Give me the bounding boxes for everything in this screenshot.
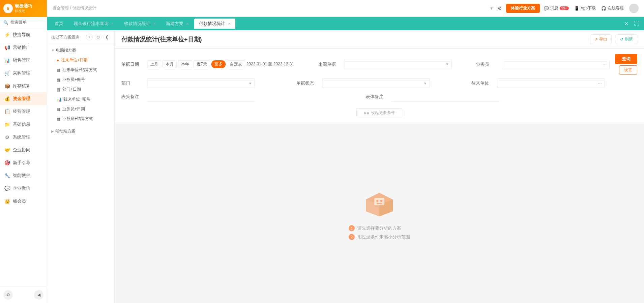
- online-service-item[interactable]: 🎧 在线客服: [601, 5, 624, 11]
- sidebar-search[interactable]: 🔍 搜索菜单: [0, 17, 47, 28]
- header-settings-icon[interactable]: ⚙: [498, 6, 502, 11]
- expand-btn[interactable]: ⛶: [632, 20, 641, 28]
- sidebar-icon-enterprise: 🤝: [4, 147, 10, 153]
- search-label: 搜索菜单: [10, 20, 27, 25]
- source-label: 来源单据: [318, 61, 339, 67]
- headset-icon: 🎧: [601, 6, 606, 11]
- hint-text-2: 用过滤条件来缩小分析范围: [357, 234, 410, 240]
- collapse-btn[interactable]: ∧∧ 收起更多条件: [356, 108, 402, 117]
- this-year-btn[interactable]: 本年: [178, 60, 192, 68]
- date-label: 单据日期: [121, 61, 142, 67]
- user-avatar[interactable]: [629, 4, 639, 13]
- scheme-mobile-header[interactable]: ▶ 移动端方案: [47, 126, 114, 136]
- scheme-item-unit-settlement[interactable]: ▦往来单位+结算方式: [47, 65, 114, 75]
- sidebar-item-finance[interactable]: 💰资金管理: [0, 92, 47, 105]
- sidebar-icon-system: ⚙: [4, 134, 10, 140]
- sidebar-item-member[interactable]: 👑畅会员: [0, 195, 47, 208]
- header-note-input[interactable]: [147, 92, 255, 101]
- last-7-btn[interactable]: 近7天: [194, 60, 210, 68]
- empty-state: 1 请先选择要分析的方案 2 用过滤条件来缩小分析范围: [115, 123, 644, 303]
- tab-bar-actions: ✕ ⛶: [622, 20, 641, 28]
- sidebar-collapse-btn[interactable]: ◀: [34, 290, 43, 300]
- sidebar-item-hardware[interactable]: 🔧智能硬件: [0, 169, 47, 182]
- sidebar-icon-operations: 📋: [4, 109, 10, 115]
- close-all-btn[interactable]: ✕: [622, 20, 631, 28]
- sidebar-item-marketing[interactable]: 📢营销推广: [0, 41, 47, 54]
- scheme-item-salesperson-settlement[interactable]: ▦业务员+结算方式: [47, 114, 114, 124]
- page-header-actions: ↗ 导出 ↺ 刷新: [590, 34, 637, 44]
- sidebar-bottom: ⚙ ◀: [0, 286, 47, 303]
- dept-select[interactable]: ▼: [147, 79, 255, 88]
- sidebar-item-quick-nav[interactable]: ⚡快捷导航: [0, 28, 47, 41]
- tab-bar: 首页现金银行流水查询✕收款情况统计✕新建方案✕付款情况统计✕ ✕ ⛶: [47, 17, 644, 30]
- notification-item[interactable]: 💬 消息 99+: [544, 5, 569, 11]
- app-download-item[interactable]: 📱 App下载: [574, 5, 596, 11]
- tab-home[interactable]: 首页: [50, 19, 68, 29]
- counterpart-dots[interactable]: ···: [598, 81, 602, 86]
- scheme-item-unit-date[interactable]: ●往来单位+日期: [47, 55, 114, 65]
- sidebar-label-operations: 经营管理: [13, 109, 30, 115]
- doc-status-select[interactable]: ▼: [322, 79, 430, 88]
- scheme-item-salesperson-account[interactable]: ▦业务员+账号: [47, 75, 114, 85]
- sidebar-item-operations[interactable]: 📋经营管理: [0, 105, 47, 118]
- tab-cash-flow[interactable]: 现金银行流水查询✕: [69, 19, 119, 29]
- sidebar-item-enterprise[interactable]: 🤝企业协同: [0, 144, 47, 156]
- sidebar-item-system[interactable]: ⚙系统管理: [0, 131, 47, 144]
- tab-new-scheme[interactable]: 新建方案✕: [161, 19, 194, 29]
- scheme-collapse-btn[interactable]: ❮: [104, 34, 110, 40]
- tab-close-payment-stat[interactable]: ✕: [228, 22, 231, 26]
- sidebar-item-purchase[interactable]: 🛒采购管理: [0, 67, 47, 80]
- tab-payment-stat[interactable]: 付款情况统计✕: [194, 19, 235, 29]
- query-btn[interactable]: 查询: [615, 54, 637, 64]
- custom-btn[interactable]: 自定义: [227, 60, 245, 68]
- scheme-item-salesperson-date[interactable]: ▦业务员+日期: [47, 104, 114, 114]
- scheme-add-btn[interactable]: +: [86, 34, 93, 40]
- this-month-btn[interactable]: 本月: [163, 60, 177, 68]
- scheme-settings-btn[interactable]: ⊙: [95, 34, 101, 40]
- try-industry-btn[interactable]: 体验行业方案: [506, 4, 540, 13]
- sidebar-icon-marketing: 📢: [4, 44, 10, 51]
- sidebar-nav: ⚡快捷导航📢营销推广📊销售管理🛒采购管理📦库存核算💰资金管理📋经营管理📁基础信息…: [0, 28, 47, 286]
- sidebar-settings-btn[interactable]: ⚙: [3, 290, 13, 300]
- scheme-item-label-dept-date: 部门+日期: [62, 87, 81, 92]
- sidebar-item-inventory[interactable]: 📦库存核算: [0, 80, 47, 92]
- scheme-item-label-unit-account: 往来单位+账号: [64, 96, 90, 102]
- scheme-desktop-header[interactable]: ▼ 电脑端方案: [47, 46, 114, 55]
- scheme-item-icon-dept-date: ▦: [57, 87, 60, 92]
- scheme-item-dept-date[interactable]: ▦部门+日期: [47, 85, 114, 94]
- svg-point-5: [376, 200, 378, 202]
- last-month-btn[interactable]: 上月: [147, 60, 161, 68]
- sidebar-label-sales: 销售管理: [13, 57, 30, 63]
- sidebar-item-guide[interactable]: 🎯新手引导: [0, 156, 47, 169]
- tab-close-new-scheme[interactable]: ✕: [186, 22, 189, 26]
- empty-svg: [359, 186, 400, 220]
- tab-close-cash-flow[interactable]: ✕: [111, 22, 114, 26]
- scheme-panel-icons: + ⊙ ❮: [86, 34, 110, 40]
- sidebar-icon-finance: 💰: [4, 96, 10, 102]
- salesperson-dots[interactable]: ···: [603, 62, 607, 67]
- refresh-btn[interactable]: ↺ 刷新: [616, 34, 637, 44]
- source-select[interactable]: ▼: [344, 60, 452, 69]
- more-btn[interactable]: 更多: [211, 60, 226, 68]
- scheme-item-label-unit-settlement: 往来单位+结算方式: [62, 67, 97, 73]
- body-note-input[interactable]: [391, 92, 499, 101]
- scheme-item-label-salesperson-settlement: 业务员+结算方式: [62, 116, 93, 122]
- filter-setting-btn[interactable]: 设置: [619, 65, 637, 74]
- app-download-label: App下载: [581, 5, 596, 11]
- sidebar-item-wechat[interactable]: 💬企业微信: [0, 182, 47, 195]
- notification-label: 消息: [550, 5, 558, 11]
- sidebar-item-basic-info[interactable]: 📁基础信息: [0, 118, 47, 131]
- counterpart-select[interactable]: ···: [497, 79, 605, 88]
- tab-close-receivable[interactable]: ✕: [153, 22, 156, 26]
- scheme-mobile-section: ▶ 移动端方案: [47, 125, 114, 138]
- sidebar-icon-purchase: 🛒: [4, 70, 10, 76]
- export-btn[interactable]: ↗ 导出: [590, 34, 612, 44]
- breadcrumb: 资金管理 / 付款情况统计: [53, 5, 486, 11]
- right-content: 付款情况统计(往来单位+日期) ↗ 导出 ↺ 刷新 单据日期: [115, 30, 644, 303]
- body-note-label: 表体备注: [366, 94, 386, 100]
- scheme-item-label-unit-date: 往来单位+日期: [61, 57, 88, 63]
- sidebar-item-sales[interactable]: 📊销售管理: [0, 54, 47, 67]
- salesperson-select[interactable]: ···: [502, 60, 610, 69]
- scheme-item-unit-account[interactable]: 📊往来单位+账号: [47, 94, 114, 104]
- tab-receivable[interactable]: 收款情况统计✕: [119, 19, 160, 29]
